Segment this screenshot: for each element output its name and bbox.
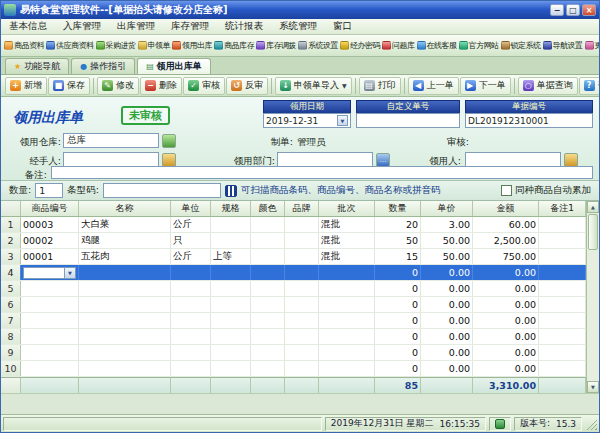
toolbar-item-stock[interactable]: 商品库存 <box>213 40 255 51</box>
cell-remark[interactable] <box>539 217 586 232</box>
close-window-button[interactable]: × <box>582 4 596 16</box>
auto-add-checkbox[interactable] <box>501 185 512 196</box>
cell-unit[interactable] <box>171 329 211 344</box>
cell-amount[interactable]: 0.00 <box>473 313 539 328</box>
cell-unit[interactable] <box>171 265 211 280</box>
prev-order-button[interactable]: ◀上一单 <box>408 77 459 95</box>
toolbar-item-settings[interactable]: 系统设置 <box>297 40 339 51</box>
audit-button[interactable]: ✓审核 <box>183 77 225 95</box>
doc-number-input[interactable]: DL201912310001 <box>465 113 593 128</box>
cell-name[interactable] <box>79 361 171 376</box>
row-number[interactable]: 7 <box>1 313 21 328</box>
table-row[interactable]: 6 0 0.00 0.00 <box>1 297 586 313</box>
cell-batch[interactable]: 混批 <box>319 217 375 232</box>
cell-unit[interactable] <box>171 361 211 376</box>
col-header-remark[interactable]: 备注1 <box>539 201 586 216</box>
cell-color[interactable] <box>251 281 285 296</box>
col-header-code[interactable]: 商品编号 <box>21 201 79 216</box>
menu-outbound[interactable]: 出库管理 <box>109 19 163 34</box>
menu-window[interactable]: 窗口 <box>325 19 360 34</box>
import-dropdown-icon[interactable]: ▼ <box>342 82 347 89</box>
toolbar-item-website[interactable]: 官方网站 <box>458 40 500 51</box>
delete-button[interactable]: −删除 <box>140 77 182 95</box>
cell-color[interactable] <box>251 329 285 344</box>
cell-code[interactable] <box>21 313 79 328</box>
cell-remark[interactable] <box>539 281 586 296</box>
toolbar-item-nav-settings[interactable]: 导航设置 <box>542 40 584 51</box>
row-number[interactable]: 1 <box>1 217 21 232</box>
query-button[interactable]: ○单据查询 <box>518 77 578 95</box>
handler-picker-icon[interactable] <box>162 153 176 167</box>
tab-requisition-order[interactable]: ▤领用出库单 <box>137 58 211 74</box>
cell-name[interactable]: 大白菜 <box>79 217 171 232</box>
cell-color[interactable] <box>251 361 285 376</box>
import-requisition-button[interactable]: ↓申领单导入▼ <box>275 77 352 95</box>
toolbar-item-password[interactable]: 经办密码 <box>339 40 381 51</box>
cell-unit[interactable] <box>171 313 211 328</box>
cell-price[interactable]: 50.00 <box>421 233 473 248</box>
menu-reports[interactable]: 统计报表 <box>217 19 271 34</box>
cell-name[interactable]: 五花肉 <box>79 249 171 264</box>
cell-unit[interactable] <box>171 345 211 360</box>
cell-code[interactable] <box>21 361 79 376</box>
cell-price[interactable]: 0.00 <box>421 281 473 296</box>
col-header-name[interactable]: 名称 <box>79 201 171 216</box>
auto-add-option[interactable]: 同种商品自动累加 <box>501 184 591 197</box>
cell-color[interactable] <box>251 297 285 312</box>
new-button[interactable]: +新增 <box>5 77 47 95</box>
cell-code[interactable] <box>21 297 79 312</box>
cell-price[interactable]: 0.00 <box>421 345 473 360</box>
cell-spec[interactable] <box>211 233 251 248</box>
cell-qty[interactable]: 0 <box>375 297 421 312</box>
cell-remark[interactable] <box>539 265 586 280</box>
table-row[interactable]: 1 00003 大白菜 公斤 混批 20 3.00 60.00 <box>1 217 586 233</box>
cell-remark[interactable] <box>539 345 586 360</box>
cell-color[interactable] <box>251 233 285 248</box>
cell-color[interactable] <box>251 265 285 280</box>
barcode-input[interactable] <box>103 183 221 198</box>
col-header-color[interactable]: 颜色 <box>251 201 285 216</box>
row-number[interactable]: 10 <box>1 361 21 376</box>
dept-picker-icon[interactable]: … <box>376 153 390 167</box>
cell-amount[interactable]: 0.00 <box>473 281 539 296</box>
toolbar-item-issues[interactable]: 问题库 <box>381 40 416 51</box>
cell-remark[interactable] <box>539 361 586 376</box>
scroll-down-icon[interactable]: ▼ <box>587 381 599 393</box>
save-button[interactable]: ■保存 <box>48 77 90 95</box>
next-order-button[interactable]: ▶下一单 <box>460 77 511 95</box>
toolbar-item-outbound[interactable]: 领用出库 <box>171 40 213 51</box>
col-header-unit[interactable]: 单位 <box>171 201 211 216</box>
cell-color[interactable] <box>251 217 285 232</box>
tab-guide[interactable]: ●操作指引 <box>71 58 135 74</box>
cell-amount[interactable]: 2,500.00 <box>473 233 539 248</box>
cell-brand[interactable] <box>285 345 319 360</box>
handler-input[interactable] <box>63 152 159 167</box>
cell-name[interactable] <box>79 345 171 360</box>
print-button[interactable]: ▤打印 <box>359 77 401 95</box>
table-row[interactable]: 8 0 0.00 0.00 <box>1 329 586 345</box>
row-number[interactable]: 5 <box>1 281 21 296</box>
col-header-brand[interactable]: 品牌 <box>285 201 319 216</box>
cell-name[interactable] <box>79 281 171 296</box>
cell-code[interactable] <box>21 329 79 344</box>
cell-qty[interactable]: 0 <box>375 329 421 344</box>
cell-remark[interactable] <box>539 297 586 312</box>
row-number[interactable]: 3 <box>1 249 21 264</box>
cell-qty[interactable]: 0 <box>375 265 421 280</box>
cell-unit[interactable]: 公斤 <box>171 249 211 264</box>
cell-spec[interactable] <box>211 313 251 328</box>
cell-amount[interactable]: 0.00 <box>473 297 539 312</box>
cell-spec[interactable] <box>211 297 251 312</box>
cell-unit[interactable] <box>171 297 211 312</box>
cell-brand[interactable] <box>285 249 319 264</box>
toolbar-item-goods[interactable]: 商品资料 <box>3 40 45 51</box>
cell-brand[interactable] <box>285 313 319 328</box>
row-number[interactable]: 6 <box>1 297 21 312</box>
table-row[interactable]: 9 0 0.00 0.00 <box>1 345 586 361</box>
unaudit-button[interactable]: ↺反审 <box>226 77 268 95</box>
cell-name[interactable] <box>79 265 171 280</box>
row-number[interactable]: 8 <box>1 329 21 344</box>
toolbar-item-requisition[interactable]: 申领单 <box>137 40 172 51</box>
date-dropdown-icon[interactable]: ▼ <box>337 115 348 126</box>
menu-inventory[interactable]: 库存管理 <box>163 19 217 34</box>
